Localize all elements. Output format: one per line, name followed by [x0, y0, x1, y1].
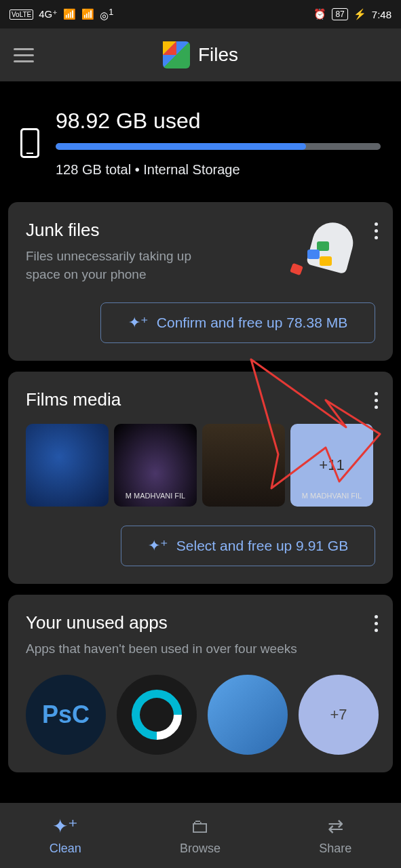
storage-summary[interactable]: 98.92 GB used 128 GB total • Internal St…: [8, 81, 393, 202]
storage-progress-bar: [56, 143, 381, 150]
files-logo-icon: [163, 41, 190, 68]
battery-icon: 87: [332, 8, 347, 20]
share-icon: ⇄: [328, 815, 343, 837]
junk-files-card: Junk files Files unnecessarily taking up…: [8, 202, 393, 361]
menu-button[interactable]: [14, 48, 34, 62]
media-thumbnail[interactable]: [26, 424, 109, 507]
app-title: Files: [198, 44, 238, 66]
app-bar: Files: [0, 28, 401, 81]
select-free-up-button[interactable]: ✦⁺ Select and free up 9.91 GB: [121, 526, 375, 566]
app-icon[interactable]: PsC: [26, 675, 106, 755]
unused-card-subtitle: Apps that haven't been used in over four…: [26, 640, 324, 658]
unused-card-title: Your unused apps: [26, 612, 375, 633]
card-menu-button[interactable]: [370, 611, 382, 636]
status-bar: VoLTE 4G⁺ 📶 📶 ◎1 ⏰ 87 ⚡ 7:48: [0, 0, 401, 28]
charging-icon: ⚡: [354, 8, 366, 20]
sparkle-icon: ✦⁺: [52, 815, 78, 837]
confirm-free-up-button[interactable]: ✦⁺ Confirm and free up 78.38 MB: [100, 302, 375, 343]
media-thumbnail-more[interactable]: +11 M MADHVANI FIL: [290, 424, 373, 507]
nav-clean[interactable]: ✦⁺ Clean: [50, 815, 81, 856]
volte-badge: VoLTE: [9, 9, 33, 20]
folder-search-icon: 🗀: [191, 815, 210, 837]
clock-time: 7:48: [372, 9, 392, 20]
app-icon[interactable]: [117, 675, 197, 755]
signal-bars-icon-2: 📶: [81, 8, 94, 20]
card-menu-button[interactable]: [370, 218, 382, 243]
sparkle-icon: ✦⁺: [148, 537, 168, 555]
sparkle-icon: ✦⁺: [128, 314, 149, 332]
unused-apps-card: Your unused apps Apps that haven't been …: [8, 595, 393, 772]
nav-share[interactable]: ⇄ Share: [319, 815, 351, 856]
app-icon-more[interactable]: +7: [299, 675, 379, 755]
alarm-icon: ⏰: [313, 8, 326, 20]
storage-used-text: 98.92 GB used: [56, 108, 381, 134]
media-thumbnail[interactable]: [202, 424, 285, 507]
card-menu-button[interactable]: [370, 388, 382, 413]
storage-total-text: 128 GB total • Internal Storage: [56, 162, 381, 178]
phone-icon: [20, 128, 39, 158]
media-thumbnail[interactable]: M MADHVANI FIL: [114, 424, 197, 507]
brush-icon: [291, 222, 352, 283]
nav-browse[interactable]: 🗀 Browse: [180, 815, 221, 856]
films-card-title: Films media: [26, 389, 375, 410]
app-icon[interactable]: [208, 675, 288, 755]
hotspot-icon: ◎1: [100, 7, 113, 22]
films-media-card: Films media M MADHVANI FIL +11 M MADHVAN…: [8, 372, 393, 584]
bottom-nav: ✦⁺ Clean 🗀 Browse ⇄ Share: [0, 803, 401, 868]
signal-bars-icon: 📶: [63, 8, 76, 20]
signal-icon: 4G⁺: [39, 8, 58, 20]
junk-card-subtitle: Files unnecessarily taking up space on y…: [26, 248, 223, 283]
